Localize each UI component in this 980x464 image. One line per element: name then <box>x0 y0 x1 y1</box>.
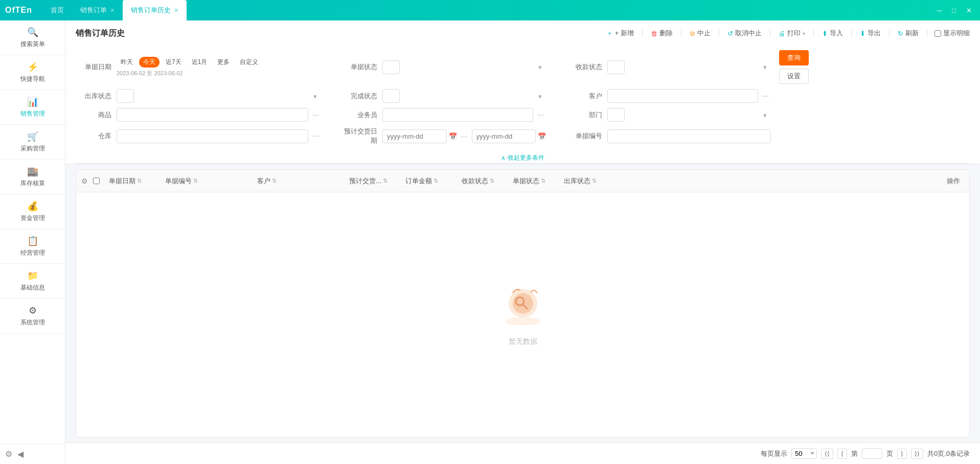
receipt-status-select[interactable] <box>607 60 625 74</box>
refresh-button[interactable]: ↻ 刷新 <box>897 27 920 40</box>
top-tab-销售订单[interactable]: 销售订单 ✕ <box>72 0 123 20</box>
print-button[interactable]: 🖨 打印 ▾ <box>778 27 806 40</box>
prev-page-btn[interactable]: ⟨ <box>837 449 847 459</box>
top-bar-right: ─ □ ✕ <box>934 7 975 14</box>
close-tab-icon[interactable]: ✕ <box>174 7 178 14</box>
cancel-stop-button[interactable]: ↺ 取消中止 <box>726 27 763 40</box>
col-delivery[interactable]: 预计交货... ⇅ <box>345 176 401 186</box>
col-date[interactable]: 单据日期 ⇅ <box>105 176 161 186</box>
col-action: 操作 <box>611 176 964 186</box>
sidebar-item-inventory[interactable]: 🏬库存核算 <box>0 160 65 194</box>
add-button[interactable]: ＋ + 新增 <box>605 27 635 40</box>
collapse-bar[interactable]: ∧ 收起更多条件 <box>76 150 970 163</box>
date-btn-today[interactable]: 今天 <box>139 57 159 68</box>
sales-person-input[interactable] <box>382 108 533 122</box>
sidebar-item-search-menu[interactable]: 🔍搜索菜单 <box>0 20 65 55</box>
settings-button[interactable]: 设置 <box>779 69 809 84</box>
bill-no-input[interactable] <box>607 129 771 143</box>
col-warehouse-status[interactable]: 出库状态 ⇅ <box>560 176 611 186</box>
customer-input[interactable] <box>607 89 758 103</box>
page-header: 销售订单历史 ＋ + 新增 🗑 删除 ⊘ 中止 <box>65 20 980 164</box>
top-tab-首页[interactable]: 首页 <box>42 0 72 20</box>
col-amount[interactable]: 订单金额 ⇅ <box>401 176 458 186</box>
close-tab-icon[interactable]: ✕ <box>110 7 115 14</box>
date-btn-1month[interactable]: 近1月 <box>188 57 212 68</box>
total-info: 共0页,0条记录 <box>927 449 970 458</box>
sidebar-item-sys-mgmt[interactable]: ⚙系统管理 <box>0 299 65 334</box>
col-customer[interactable]: 客户 ⇅ <box>253 176 345 186</box>
show-detail-input[interactable] <box>935 30 941 37</box>
last-page-btn[interactable]: ⟩⟩ <box>911 449 923 459</box>
per-page-label: 每页显示 <box>761 449 787 458</box>
sidebar-icon-ops-mgmt: 📋 <box>27 235 38 247</box>
col-bill-status[interactable]: 单据状态 ⇅ <box>509 176 560 186</box>
page-number-input[interactable]: 1 <box>862 448 882 459</box>
delivery-date-end[interactable] <box>472 129 536 143</box>
warehouse-input[interactable] <box>117 129 308 143</box>
show-detail-checkbox[interactable]: 显示明细 <box>935 29 970 38</box>
date-btn-custom[interactable]: 自定义 <box>236 57 262 68</box>
stop-button[interactable]: ⊘ 中止 <box>689 27 712 40</box>
customer-label: 客户 <box>566 92 607 101</box>
sort-customer-icon: ⇅ <box>272 178 277 184</box>
first-page-btn[interactable]: ⟨⟨ <box>821 449 833 459</box>
table-settings-icon[interactable]: ⚙ <box>81 177 88 185</box>
sidebar-icon-sys-mgmt: ⚙ <box>29 305 37 316</box>
sidebar-label-ops-mgmt: 经营管理 <box>20 249 45 257</box>
next-page-btn[interactable]: ⟩ <box>897 449 907 459</box>
filter-row-3: 商品 ··· 业务员 ··· 部门 <box>76 108 970 122</box>
date-btn-yesterday[interactable]: 昨天 <box>117 57 137 68</box>
col-receipt[interactable]: 收款状态 ⇅ <box>458 176 509 186</box>
empty-illustration <box>497 283 549 329</box>
completion-status-select[interactable] <box>382 89 400 103</box>
sidebar-icon-quick-nav: ⚡ <box>27 61 38 73</box>
sidebar-item-purchase-mgmt[interactable]: 🛒采购管理 <box>0 125 65 160</box>
empty-state: 暂无数据 <box>76 192 969 437</box>
delivery-date-start-icon[interactable]: 📅 <box>449 132 457 140</box>
sidebar-item-sales-mgmt[interactable]: 📊销售管理 <box>0 90 65 125</box>
max-icon[interactable]: □ <box>949 7 959 14</box>
date-btn-7days[interactable]: 近7天 <box>162 57 186 68</box>
main-layout: 🔍搜索菜单⚡快捷导航📊销售管理🛒采购管理🏬库存核算💰资金管理📋经营管理📁基础信息… <box>0 20 980 464</box>
import-button[interactable]: ⬆ 导入 <box>821 27 844 40</box>
close-window-icon[interactable]: ✕ <box>963 7 975 14</box>
cancel-stop-icon: ↺ <box>727 30 733 37</box>
dept-label: 部门 <box>566 111 607 120</box>
delivery-date-start[interactable] <box>382 129 447 143</box>
stop-icon: ⊘ <box>690 30 695 37</box>
divider2 <box>681 30 681 37</box>
sidebar-item-basic-info[interactable]: 📁基础信息 <box>0 264 65 299</box>
dept-select[interactable] <box>607 108 625 122</box>
per-page-select[interactable]: 50 20 100 <box>791 448 817 459</box>
divider6 <box>851 30 852 37</box>
sidebar-item-quick-nav[interactable]: ⚡快捷导航 <box>0 55 65 90</box>
sidebar-label-finance: 资金管理 <box>20 214 45 223</box>
sort-amount-icon: ⇅ <box>434 178 438 184</box>
top-tab-销售订单历史[interactable]: 销售订单历史 ✕ <box>123 0 187 20</box>
sidebar: 🔍搜索菜单⚡快捷导航📊销售管理🛒采购管理🏬库存核算💰资金管理📋经营管理📁基础信息… <box>0 20 65 464</box>
date-btn-more[interactable]: 更多 <box>213 57 234 68</box>
sidebar-item-ops-mgmt[interactable]: 📋经营管理 <box>0 229 65 264</box>
goods-more-icon[interactable]: ··· <box>310 111 321 120</box>
min-icon[interactable]: ─ <box>934 7 945 14</box>
warehouse-status-select[interactable] <box>117 89 134 103</box>
divider1 <box>642 30 643 37</box>
delivery-date-end-icon[interactable]: 📅 <box>538 132 546 140</box>
bill-status-select[interactable] <box>382 60 400 74</box>
warehouse-more-icon[interactable]: ··· <box>310 131 321 141</box>
col-order-no[interactable]: 单据编号 ⇅ <box>161 176 253 186</box>
delete-button[interactable]: 🗑 删除 <box>650 27 674 40</box>
sidebar-icon-basic-info: 📁 <box>27 270 38 281</box>
table-select-all[interactable] <box>93 178 100 184</box>
query-button[interactable]: 查询 <box>779 50 809 65</box>
sidebar-collapse-icon[interactable]: ◀ <box>17 449 24 459</box>
sidebar-settings-icon[interactable]: ⚙ <box>5 449 12 459</box>
export-button[interactable]: ⬇ 导出 <box>859 27 882 40</box>
sidebar-icon-sales-mgmt: 📊 <box>27 96 38 107</box>
sidebar-item-finance[interactable]: 💰资金管理 <box>0 194 65 229</box>
customer-more-icon[interactable]: ··· <box>760 92 771 101</box>
sales-person-more-icon[interactable]: ··· <box>535 111 546 120</box>
sidebar-label-purchase-mgmt: 采购管理 <box>20 144 45 153</box>
sort-delivery-icon: ⇅ <box>383 178 388 184</box>
goods-input[interactable] <box>117 108 308 122</box>
